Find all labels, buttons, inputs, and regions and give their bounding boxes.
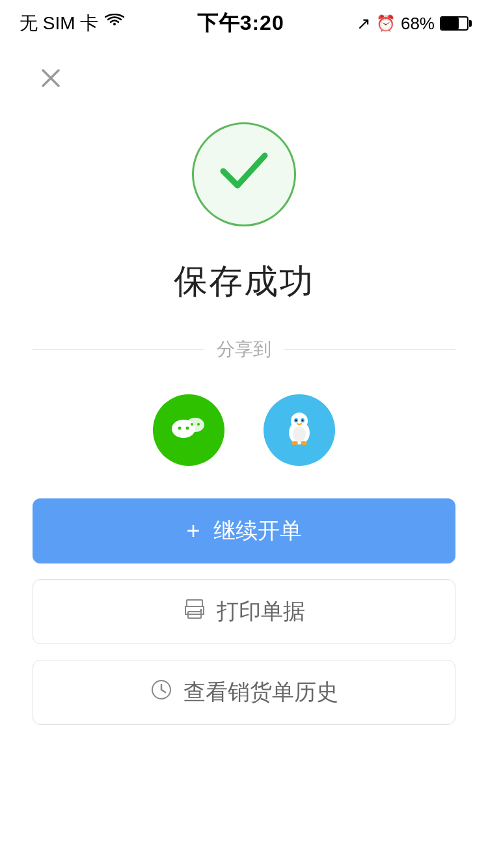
svg-point-4 (178, 427, 182, 430)
svg-rect-17 (187, 600, 202, 606)
printer-icon (183, 597, 206, 626)
svg-point-5 (186, 427, 189, 430)
close-button[interactable] (33, 60, 69, 96)
share-label: 分享到 (217, 337, 271, 362)
status-right: ↗ ⏰ 68% (357, 14, 468, 34)
svg-point-6 (191, 423, 193, 426)
wechat-share-button[interactable] (153, 394, 224, 466)
svg-point-14 (293, 426, 306, 442)
svg-point-20 (200, 609, 202, 612)
battery-percent: 68% (401, 14, 435, 34)
continue-button[interactable]: + 继续开单 (33, 498, 455, 563)
success-section: 保存成功 (33, 122, 455, 305)
sim-status: 无 SIM 卡 (20, 11, 98, 36)
close-icon (39, 66, 62, 90)
svg-point-3 (186, 418, 204, 432)
history-label: 查看销货单历史 (183, 677, 338, 707)
success-circle (192, 122, 296, 226)
print-label: 打印单据 (217, 597, 305, 627)
action-buttons: + 继续开单 打印单据 (33, 498, 455, 725)
success-title: 保存成功 (174, 259, 314, 305)
continue-label: 继续开单 (213, 516, 302, 546)
check-icon (218, 148, 270, 202)
svg-point-7 (197, 423, 200, 426)
qq-share-button[interactable] (264, 394, 335, 466)
status-bar: 无 SIM 卡 下午3:20 ↗ ⏰ 68% (0, 0, 488, 47)
qq-icon (278, 409, 320, 451)
plus-icon: + (186, 517, 200, 545)
history-button[interactable]: 查看销货单历史 (33, 660, 455, 725)
share-section: 分享到 (33, 337, 455, 466)
svg-line-23 (161, 690, 165, 692)
share-icons (33, 394, 455, 466)
status-time: 下午3:20 (197, 9, 284, 38)
status-left: 无 SIM 卡 (20, 11, 124, 36)
wechat-icon (168, 409, 210, 451)
location-icon: ↗ (357, 14, 371, 34)
print-button[interactable]: 打印单据 (33, 579, 455, 644)
battery-icon (440, 16, 468, 31)
share-divider: 分享到 (33, 337, 455, 362)
main-content: 保存成功 分享到 (0, 47, 488, 725)
clock-icon (150, 678, 173, 707)
svg-point-13 (302, 420, 304, 422)
alarm-icon: ⏰ (376, 14, 396, 33)
wifi-icon (105, 14, 124, 34)
svg-point-11 (295, 420, 297, 422)
